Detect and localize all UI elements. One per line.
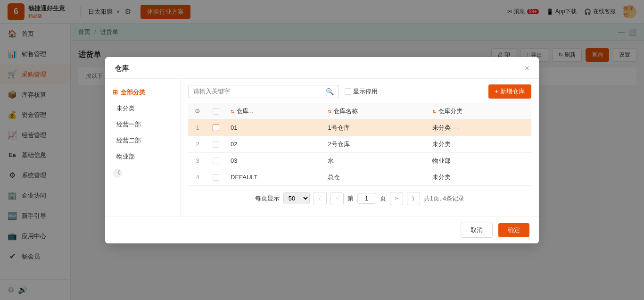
modal-close-btn[interactable]: × bbox=[524, 64, 529, 74]
search-icon[interactable]: 🔍 bbox=[321, 85, 339, 98]
row-name: 1号仓库 bbox=[322, 119, 427, 136]
last-page-btn[interactable]: ⟩ bbox=[407, 192, 420, 205]
row-no: 3 bbox=[188, 152, 207, 169]
show-disabled-label[interactable]: 显示停用 bbox=[345, 87, 378, 96]
row-category: 未分类 bbox=[427, 136, 531, 152]
page-size-select[interactable]: 50 10 20 100 bbox=[283, 192, 310, 204]
col-gear: ⚙ bbox=[188, 103, 207, 120]
row-name: 2号仓库 bbox=[322, 136, 427, 152]
col-category: ⇅ 仓库分类 bbox=[427, 103, 531, 120]
all-categories-icon: ⊞ bbox=[113, 89, 118, 96]
modal-header: 仓库 × bbox=[105, 57, 539, 79]
sort-code-icon[interactable]: ⇅ bbox=[231, 109, 234, 114]
page-number-input[interactable] bbox=[357, 193, 376, 204]
table-header-row: ⚙ ⇅ 仓库... ⇅ 仓库名称 ⇅ 仓库分类 bbox=[188, 103, 531, 120]
row-code: 01 bbox=[225, 119, 322, 136]
row-code: DEFAULT bbox=[225, 169, 322, 185]
warehouse-modal: 仓库 × ⊞ 全部分类 未分类 经营一部 经营二部 物业部 《 bbox=[105, 57, 539, 243]
row-category: 未分类 ··· bbox=[427, 119, 531, 136]
warehouse-table: ⚙ ⇅ 仓库... ⇅ 仓库名称 ⇅ 仓库分类 1 01 bbox=[188, 103, 531, 186]
table-row[interactable]: 3 03 水 物业部 bbox=[188, 152, 531, 169]
add-warehouse-btn[interactable]: + 新增仓库 bbox=[488, 84, 531, 99]
modal-overlay[interactable]: 仓库 × ⊞ 全部分类 未分类 经营一部 经营二部 物业部 《 bbox=[0, 0, 644, 300]
category-sidebar: ⊞ 全部分类 未分类 经营一部 经营二部 物业部 《 bbox=[105, 79, 181, 217]
row-category: 未分类 bbox=[427, 169, 531, 185]
table-row[interactable]: 4 DEFAULT 总仓 未分类 bbox=[188, 169, 531, 185]
sort-category-icon[interactable]: ⇅ bbox=[432, 109, 436, 114]
header-checkbox[interactable] bbox=[213, 108, 219, 115]
row-checkbox[interactable] bbox=[213, 174, 219, 181]
total-info: 共1页, 4条记录 bbox=[424, 194, 465, 203]
cat-item-op1[interactable]: 经营一部 bbox=[105, 117, 180, 133]
page-size-label: 每页显示 bbox=[255, 194, 280, 203]
confirm-button[interactable]: 确定 bbox=[498, 223, 529, 237]
table-row[interactable]: 2 02 2号仓库 未分类 bbox=[188, 136, 531, 152]
all-categories-label: 全部分类 bbox=[121, 88, 145, 97]
pagination: 每页显示 50 10 20 100 ⟨ ＜ 第 页 ＞ ⟩ 共1页, 4条记录 bbox=[188, 186, 531, 211]
row-checkbox[interactable] bbox=[213, 158, 219, 164]
row-no: 4 bbox=[188, 169, 207, 185]
prev-page-btn[interactable]: ＜ bbox=[330, 192, 344, 205]
row-name: 水 bbox=[322, 152, 427, 169]
search-wrap: 🔍 bbox=[188, 85, 339, 98]
row-code: 02 bbox=[225, 136, 322, 152]
col-name: ⇅ 仓库名称 bbox=[322, 103, 427, 120]
modal-footer: 取消 确定 bbox=[105, 217, 539, 243]
col-checkbox bbox=[207, 103, 225, 120]
row-name: 总仓 bbox=[322, 169, 427, 185]
row-checkbox-cell bbox=[207, 119, 225, 136]
row-no: 1 bbox=[188, 119, 207, 136]
cat-item-property[interactable]: 物业部 bbox=[105, 149, 180, 165]
collapse-sidebar-btn[interactable]: 《 bbox=[113, 168, 122, 178]
all-categories-item[interactable]: ⊞ 全部分类 bbox=[105, 84, 180, 100]
row-code: 03 bbox=[225, 152, 322, 169]
row-checkbox[interactable] bbox=[213, 141, 219, 148]
search-input[interactable] bbox=[189, 85, 321, 97]
row-checkbox[interactable] bbox=[213, 125, 219, 131]
modal-title: 仓库 bbox=[115, 64, 129, 73]
table-row[interactable]: 1 01 1号仓库 未分类 ··· bbox=[188, 119, 531, 136]
next-page-btn[interactable]: ＞ bbox=[390, 192, 403, 205]
row-actions[interactable]: ··· bbox=[453, 124, 461, 131]
row-checkbox-cell bbox=[207, 136, 225, 152]
row-checkbox-cell bbox=[207, 169, 225, 185]
table-toolbar: 🔍 显示停用 + 新增仓库 bbox=[188, 84, 531, 99]
col-code: ⇅ 仓库... bbox=[225, 103, 322, 120]
first-page-btn[interactable]: ⟨ bbox=[314, 192, 327, 205]
show-disabled-text: 显示停用 bbox=[353, 87, 378, 96]
cat-item-op2[interactable]: 经营二部 bbox=[105, 133, 180, 149]
row-no: 2 bbox=[188, 136, 207, 152]
row-checkbox-cell bbox=[207, 152, 225, 169]
cat-item-unclassified[interactable]: 未分类 bbox=[105, 100, 180, 117]
page-unit: 页 bbox=[380, 194, 386, 203]
cancel-button[interactable]: 取消 bbox=[461, 223, 493, 238]
modal-body: ⊞ 全部分类 未分类 经营一部 经营二部 物业部 《 🔍 bbox=[105, 79, 539, 217]
sort-name-icon[interactable]: ⇅ bbox=[328, 109, 331, 114]
show-disabled-checkbox[interactable] bbox=[345, 88, 351, 95]
page-label: 第 bbox=[347, 194, 354, 203]
table-area: 🔍 显示停用 + 新增仓库 ⚙ bbox=[181, 79, 539, 217]
row-category: 物业部 bbox=[427, 152, 531, 169]
